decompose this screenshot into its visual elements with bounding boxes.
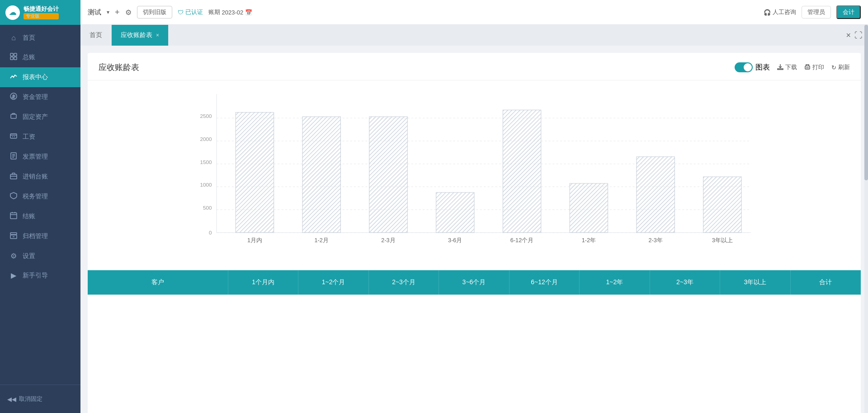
- sidebar-item-funds[interactable]: 资金管理: [0, 87, 80, 107]
- svg-rect-39: [570, 183, 608, 233]
- sidebar-item-home[interactable]: ⌂ 首页: [0, 28, 80, 47]
- col-header-3-6month: 3~6个月: [439, 270, 509, 295]
- col-header-3plus-year: 3年以上: [720, 270, 790, 295]
- tab-receivable-aging[interactable]: 应收账龄表 ×: [112, 25, 169, 46]
- download-btn[interactable]: 下载: [777, 63, 797, 71]
- svg-text:0: 0: [209, 230, 212, 235]
- col-header-customer: 客户: [88, 270, 228, 295]
- sidebar-item-assets[interactable]: 固定资产: [0, 107, 80, 127]
- bar-chart: 0 500 1000 1500 2000 2500: [99, 89, 850, 261]
- content-area: 首页 应收账龄表 × × ⛶ 应收账龄表 图表: [80, 25, 868, 413]
- svg-rect-0: [10, 53, 13, 56]
- sidebar-item-reports[interactable]: 报表中心: [0, 67, 80, 87]
- svg-rect-29: [236, 113, 274, 233]
- sidebar-item-tax[interactable]: 税务管理: [0, 187, 80, 206]
- inventory-icon: [9, 172, 18, 181]
- chart-toggle[interactable]: [735, 62, 753, 72]
- calendar-icon: 📅: [245, 9, 252, 16]
- print-btn[interactable]: 打印: [804, 63, 824, 71]
- archive-icon: [9, 232, 18, 241]
- app-logo: ☁ 畅捷通好会计 专业版: [0, 0, 80, 25]
- sidebar-nav: ⌂ 首页 总账 报表中心 资金管理 固定资产: [0, 25, 80, 385]
- col-header-2-3year: 2~3年: [650, 270, 720, 295]
- active-tab-label: 应收账龄表: [121, 31, 152, 39]
- col-header-1month: 1个月内: [228, 270, 298, 295]
- admin-btn[interactable]: 管理员: [802, 6, 831, 19]
- svg-rect-37: [503, 110, 541, 232]
- chart-area: 0 500 1000 1500 2000 2500: [88, 80, 861, 270]
- scrollbar-thumb: [864, 25, 868, 180]
- svg-text:3-6月: 3-6月: [448, 237, 462, 244]
- sidebar-item-settings[interactable]: ⚙ 设置: [0, 246, 80, 266]
- svg-rect-41: [637, 157, 675, 233]
- settle-icon: [9, 212, 18, 221]
- tab-close-btn[interactable]: ×: [156, 32, 159, 38]
- page-content: 应收账龄表 图表 下载: [80, 46, 868, 413]
- svg-text:2-3月: 2-3月: [381, 237, 395, 244]
- chart-label: 图表: [755, 63, 770, 72]
- download-icon: [777, 64, 783, 71]
- refresh-icon: ↻: [831, 64, 836, 71]
- logo-icon: ☁: [5, 5, 20, 20]
- report-header: 应收账龄表 图表 下载: [88, 53, 861, 80]
- col-header-6-12month: 6~12个月: [509, 270, 580, 295]
- svg-rect-35: [436, 192, 474, 233]
- svg-rect-43: [703, 177, 741, 232]
- sidebar: ☁ 畅捷通好会计 专业版 ⌂ 首页 总账 报表中心 资金管理: [0, 0, 80, 413]
- svg-rect-31: [302, 117, 340, 232]
- workspace-title: 测试: [88, 8, 101, 17]
- workspace-dropdown[interactable]: ▾: [107, 9, 109, 15]
- tab-home[interactable]: 首页: [80, 25, 112, 46]
- col-header-1-2month: 1~2个月: [298, 270, 368, 295]
- table-area: 客户 1个月内 1~2个月 2~3个月 3~6个月 6~12个月 1~2年 2~…: [88, 270, 861, 295]
- svg-text:1000: 1000: [200, 182, 212, 188]
- workspace-gear-btn[interactable]: ⚙: [125, 8, 132, 17]
- salary-icon: [9, 132, 18, 141]
- col-header-2-3month: 2~3个月: [369, 270, 439, 295]
- report-actions: 图表 下载 打印 ↻: [735, 62, 850, 72]
- add-workspace-btn[interactable]: +: [115, 8, 120, 17]
- svg-rect-3: [14, 57, 17, 60]
- svg-text:1月内: 1月内: [247, 237, 262, 244]
- close-window-btn[interactable]: ×: [846, 31, 851, 40]
- switch-old-version-btn[interactable]: 切到旧版: [137, 6, 172, 19]
- svg-text:1500: 1500: [200, 159, 212, 165]
- guide-icon: ▶: [9, 271, 18, 280]
- invoices-icon: [9, 152, 18, 161]
- svg-rect-12: [10, 233, 17, 235]
- svg-rect-10: [10, 213, 17, 219]
- svg-text:2-3年: 2-3年: [648, 237, 662, 244]
- reports-icon: [9, 73, 18, 82]
- sidebar-item-inventory[interactable]: 进销台账: [0, 167, 80, 187]
- settings-icon: ⚙: [9, 252, 18, 260]
- consult-btn[interactable]: 🎧 人工咨询: [764, 8, 796, 16]
- svg-rect-1: [14, 53, 17, 56]
- maximize-window-btn[interactable]: ⛶: [854, 31, 863, 40]
- svg-text:3年以上: 3年以上: [712, 237, 733, 244]
- certified-status: 🛡 已认证: [178, 8, 203, 16]
- sidebar-bottom: ◀◀ 取消固定: [0, 385, 80, 413]
- cancel-fixed-btn[interactable]: ◀◀ 取消固定: [0, 390, 80, 408]
- certified-icon: 🛡: [178, 9, 184, 16]
- page-scrollbar[interactable]: [864, 25, 868, 413]
- funds-icon: [9, 93, 18, 102]
- headset-icon: 🎧: [764, 9, 771, 16]
- topbar: 测试 ▾ + ⚙ 切到旧版 🛡 已认证 账期 2023-02 📅 🎧 人工咨询 …: [80, 0, 868, 25]
- sidebar-item-invoices[interactable]: 发票管理: [0, 147, 80, 167]
- period-selector[interactable]: 账期 2023-02 📅: [208, 8, 253, 16]
- svg-rect-5: [11, 114, 16, 118]
- refresh-btn[interactable]: ↻ 刷新: [831, 63, 850, 71]
- role-btn[interactable]: 会计: [836, 5, 861, 19]
- sidebar-item-guide[interactable]: ▶ 新手引导: [0, 266, 80, 285]
- home-icon: ⌂: [9, 34, 18, 42]
- sidebar-item-archive[interactable]: 归档管理: [0, 226, 80, 246]
- sidebar-item-ledger[interactable]: 总账: [0, 47, 80, 67]
- tax-icon: [9, 192, 18, 201]
- svg-text:2000: 2000: [200, 136, 212, 142]
- svg-text:1-2年: 1-2年: [582, 237, 596, 244]
- home-tab-label: 首页: [90, 31, 102, 39]
- sidebar-item-salary[interactable]: 工资: [0, 127, 80, 147]
- svg-rect-2: [10, 57, 13, 60]
- sidebar-item-settle[interactable]: 结账: [0, 206, 80, 226]
- assets-icon: [9, 113, 18, 122]
